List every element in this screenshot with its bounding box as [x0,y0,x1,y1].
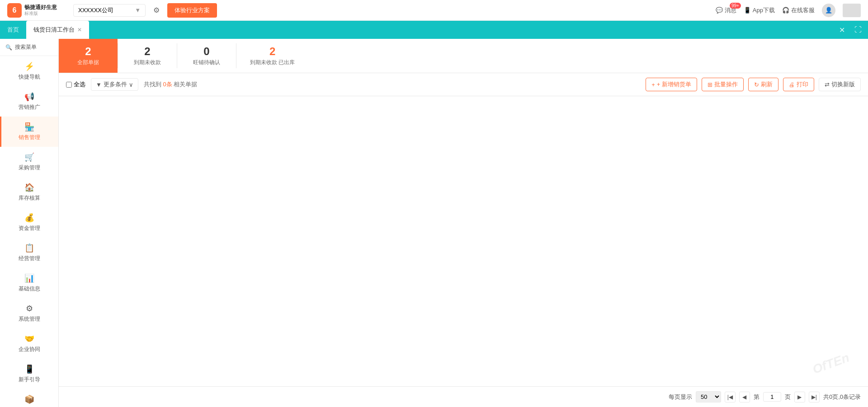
found-suffix: 相关单据 [174,81,197,88]
sidebar-item-operation[interactable]: 📋 经营管理 [0,238,58,268]
sidebar-item-label: 销售管理 [19,134,40,141]
sidebar-item-label: 系统管理 [19,315,40,323]
chevron-icon: ∨ [129,81,133,88]
sidebar-item-label: 快捷导航 [19,73,40,81]
per-page-label: 每页显示 [669,393,692,401]
table-area [59,96,868,386]
trial-button[interactable]: 体验行业方案 [167,3,217,18]
settings-icon[interactable]: ⚙ [149,3,164,18]
stat-number-all: 2 [85,45,91,58]
filter-label: 更多条件 [104,80,127,89]
first-page-button[interactable]: |◀ [725,392,736,402]
sidebar-item-purchase[interactable]: 🛒 采购管理 [0,147,58,177]
select-all-checkbox[interactable]: 全选 [66,80,85,89]
refresh-button[interactable]: ↻ 刷新 [748,78,778,91]
batch-label: 批量操作 [714,80,738,89]
refresh-icon: ↻ [754,81,759,88]
sidebar-item-label: 基础信息 [19,285,40,293]
close-tab-icon[interactable]: ✕ [835,23,848,36]
sidebar-item-enterprise[interactable]: 🤝 企业协同 [0,328,58,359]
service-icon: 🎧 [782,7,789,14]
new-sale-button[interactable]: + + 新增销货单 [646,78,697,91]
next-page-button[interactable]: ▶ [794,392,805,402]
page-size-select[interactable]: 50 20 100 200 [696,391,721,402]
stat-number-overdue-shipped: 2 [269,45,275,58]
logo-text: 畅捷通好生意 标准版 [24,4,57,16]
pagination-bar: 每页显示 50 20 100 200 |◀ ◀ 第 页 ▶ ▶| 共0页,0条记… [59,386,868,407]
main-layout: 🔍 搜索菜单 ⚡ 快捷导航 📢 营销推广 🏪 销售管理 🛒 采购管理 🏠 库存核… [0,39,868,407]
filter-button[interactable]: ▼ 更多条件 ∨ [91,78,138,91]
page-label: 第 [754,393,760,401]
system-icon: ⚙ [26,304,33,313]
header-right: 💬 消息 99+ 📱 App下载 🎧 在线客服 👤 [716,4,861,17]
stat-card-overdue-shipped[interactable]: 2 到期未收款 已出库 [236,39,308,73]
maximize-icon[interactable]: ⛶ [852,23,864,36]
user-panel[interactable] [843,4,861,17]
sidebar-item-quick-nav[interactable]: ⚡ 快捷导航 [0,56,58,86]
company-name: XXXXXX公司 [78,6,113,14]
print-label: 打印 [797,80,808,89]
content-area: 2 全部单据 2 到期未收款 0 旺铺待确认 2 到期未收款 已出库 [59,39,868,407]
app-download-label: App下载 [753,6,775,14]
sidebar-search[interactable]: 🔍 搜索菜单 [0,39,58,56]
tab-close-icon[interactable]: ✕ [77,27,82,33]
stat-label-wangpu: 旺铺待确认 [193,59,220,66]
filter-icon: ▼ [96,81,102,88]
appstore-icon: 📦 [24,394,34,404]
print-button[interactable]: 🖨 打印 [783,78,814,91]
tab-workbench[interactable]: 钱货日清工作台 ✕ [26,21,89,39]
last-page-button[interactable]: ▶| [809,392,820,402]
select-all-input[interactable] [66,82,72,88]
operation-icon: 📋 [24,243,34,253]
logo-area: 6 畅捷通好生意 标准版 [7,3,66,18]
user-icon: 👤 [825,7,832,14]
search-icon: 🔍 [5,44,12,51]
sidebar-item-label: 资金管理 [19,225,40,232]
batch-operation-button[interactable]: ⊞ 批量操作 [702,78,744,91]
company-selector[interactable]: XXXXXX公司 ▼ [73,4,146,17]
sidebar-item-finance[interactable]: 💰 资金管理 [0,207,58,238]
sidebar-item-sales[interactable]: 🏪 销售管理 [0,117,58,147]
sidebar-item-label: 采购管理 [19,164,40,172]
avatar[interactable]: 👤 [822,4,835,17]
app-download-action[interactable]: 📱 App下载 [744,6,775,14]
marketing-icon: 📢 [24,92,34,102]
sidebar-item-marketing[interactable]: 📢 营销推广 [0,86,58,117]
sidebar-item-appstore[interactable]: 📦 应用中心 [0,389,58,407]
sidebar-item-label: 经营管理 [19,255,40,262]
stat-card-overdue[interactable]: 2 到期未收款 [118,39,177,73]
tab-bar-actions: ✕ ⛶ [835,23,868,36]
logo-icon: 6 [7,3,22,18]
sidebar-item-basic[interactable]: 📊 基础信息 [0,268,58,298]
sidebar: 🔍 搜索菜单 ⚡ 快捷导航 📢 营销推广 🏪 销售管理 🛒 采购管理 🏠 库存核… [0,39,59,407]
online-service-action[interactable]: 🎧 在线客服 [782,6,815,14]
sidebar-item-system[interactable]: ⚙ 系统管理 [0,298,58,328]
inventory-icon: 🏠 [24,182,34,192]
enterprise-icon: 🤝 [24,334,34,344]
logo-main: 畅捷通好生意 [24,4,57,10]
sidebar-item-inventory[interactable]: 🏠 库存核算 [0,177,58,207]
sidebar-item-label: 库存核算 [19,194,40,202]
tab-bar: 首页 钱货日清工作台 ✕ ✕ ⛶ [0,21,868,39]
sidebar-item-guide[interactable]: 📱 新手引导 [0,359,58,389]
prev-page-button[interactable]: ◀ [739,392,750,402]
total-info: 共0页,0条记录 [823,393,861,401]
stat-card-wangpu[interactable]: 0 旺铺待确认 [177,39,236,73]
page-input[interactable] [763,392,781,402]
basic-icon: 📊 [24,273,34,283]
switch-version-button[interactable]: ⇄ 切换新版 [819,78,861,91]
toolbar: 全选 ▼ 更多条件 ∨ 共找到 0条 相关单据 + + 新增销货单 ⊞ 批量操作 [59,73,868,96]
switch-label: 切换新版 [831,80,855,89]
stat-card-all[interactable]: 2 全部单据 [59,39,118,73]
sales-icon: 🏪 [24,122,34,132]
purchase-icon: 🛒 [24,152,34,162]
stat-number-overdue: 2 [144,45,150,58]
sidebar-item-label: 营销推广 [19,103,40,111]
logo-sub: 标准版 [24,11,57,16]
message-icon: 💬 [716,7,723,14]
message-action[interactable]: 💬 消息 99+ [716,6,736,14]
tab-home[interactable]: 首页 [0,21,26,39]
finance-icon: 💰 [24,213,34,223]
message-badge: 99+ [730,3,741,9]
new-sale-label: + 新增销货单 [657,80,691,89]
